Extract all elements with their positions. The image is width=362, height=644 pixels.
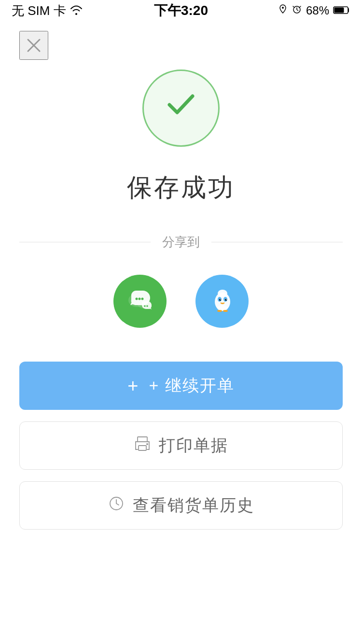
history-label: 查看销货单历史 <box>133 494 254 517</box>
main-content: 保存成功 分享到 <box>0 21 362 644</box>
divider-line-left <box>19 242 151 242</box>
close-button[interactable] <box>19 31 48 60</box>
svg-rect-24 <box>138 437 147 442</box>
qq-share-button[interactable] <box>195 275 249 328</box>
divider-label: 分享到 <box>151 234 211 251</box>
svg-point-10 <box>141 297 143 300</box>
status-right: 68% <box>278 4 350 17</box>
svg-point-21 <box>217 310 222 312</box>
continue-new-button[interactable]: + + 继续开单 <box>19 362 343 410</box>
svg-point-11 <box>144 305 146 307</box>
svg-point-12 <box>146 305 148 307</box>
svg-point-22 <box>223 310 228 312</box>
divider-line-right <box>211 242 343 242</box>
success-circle <box>142 70 220 147</box>
wechat-icon <box>125 286 156 317</box>
status-bar: 无 SIM 卡 下午3:20 68% <box>0 0 362 21</box>
share-divider: 分享到 <box>19 234 343 251</box>
share-icons-container <box>113 275 249 328</box>
alarm-icon <box>292 4 302 17</box>
svg-point-16 <box>219 299 221 301</box>
battery-icon <box>333 4 350 17</box>
status-left: 无 SIM 卡 <box>12 2 83 19</box>
battery-percentage: 68% <box>306 4 329 17</box>
continue-new-label: + 继续开单 <box>149 375 234 397</box>
print-icon <box>134 435 151 456</box>
svg-point-0 <box>282 7 284 9</box>
no-sim-text: 无 SIM 卡 <box>12 2 66 19</box>
svg-rect-3 <box>334 8 344 13</box>
svg-point-26 <box>146 443 148 445</box>
wifi-icon <box>70 3 83 18</box>
location-icon <box>278 4 288 17</box>
checkmark-icon <box>162 84 200 129</box>
svg-point-9 <box>138 297 140 300</box>
svg-point-19 <box>226 299 227 300</box>
plus-icon: + <box>127 376 139 396</box>
action-buttons: + + 继续开单 打印单据 <box>19 362 343 530</box>
close-icon <box>25 37 42 54</box>
history-button[interactable]: 查看销货单历史 <box>19 481 343 530</box>
status-time: 下午3:20 <box>154 1 208 20</box>
qq-icon <box>207 286 238 317</box>
history-icon <box>108 495 125 516</box>
svg-point-17 <box>225 299 227 301</box>
svg-point-23 <box>218 290 227 297</box>
svg-rect-25 <box>139 446 146 450</box>
svg-point-18 <box>220 299 221 300</box>
wechat-share-button[interactable] <box>113 275 167 328</box>
success-title: 保存成功 <box>127 171 235 205</box>
print-button[interactable]: 打印单据 <box>19 421 343 470</box>
svg-point-8 <box>135 297 138 300</box>
print-label: 打印单据 <box>159 434 228 457</box>
